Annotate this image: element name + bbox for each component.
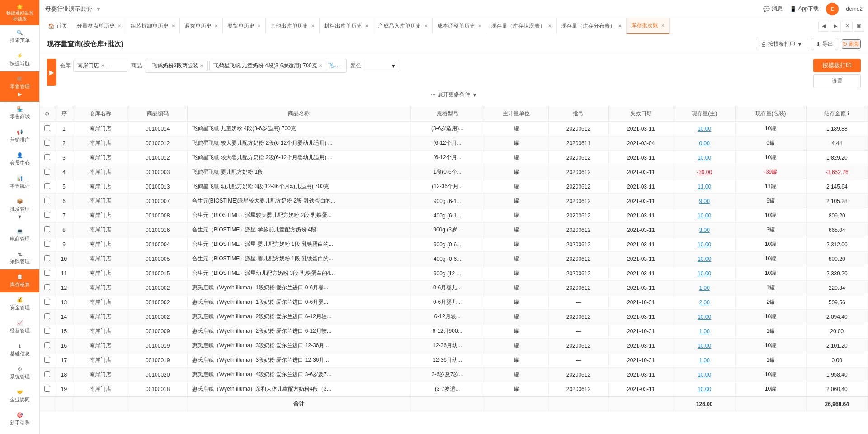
tab-fen-pan[interactable]: 分量盘点单历史 ✕: [72, 18, 126, 34]
warehouse-more-icon[interactable]: ···: [106, 63, 110, 68]
cell-qty-main[interactable]: 10.00: [674, 266, 735, 281]
app-download-btn[interactable]: 📱 App下载: [790, 5, 819, 13]
cell-checkbox[interactable]: [40, 339, 55, 353]
cell-checkbox[interactable]: [40, 179, 55, 194]
col-settings[interactable]: ⚙: [40, 106, 55, 122]
cell-checkbox[interactable]: [40, 136, 55, 151]
cell-qty-main[interactable]: 0.00: [674, 136, 735, 151]
export-btn[interactable]: ⬇ 导出: [811, 38, 838, 50]
sidebar-item-app-center[interactable]: 📱 应用中心: [0, 431, 39, 434]
topbar-dropdown-icon[interactable]: ▼: [96, 6, 101, 12]
cell-qty-main[interactable]: 10.00: [674, 339, 735, 353]
tab-close-other-out[interactable]: ✕: [311, 24, 315, 28]
sidebar-item-purchase[interactable]: 🛍 采购管理: [0, 247, 39, 269]
warehouse-remove-icon[interactable]: ✕: [101, 63, 104, 68]
tab-zuchai[interactable]: 组装拆卸单历史 ✕: [126, 18, 180, 34]
cell-qty-main[interactable]: 10.00: [674, 122, 735, 136]
sidebar-item-enterprise[interactable]: 🤝 企业协同: [0, 385, 39, 408]
tab-close-yao-huo[interactable]: ✕: [257, 24, 261, 28]
tab-product-in[interactable]: 产成品入库单历史 ✕: [373, 18, 433, 34]
avatar[interactable]: E: [826, 3, 839, 15]
tab-next-btn[interactable]: ▶: [830, 21, 841, 32]
cell-qty-main[interactable]: 10.00: [674, 151, 735, 165]
tab-yao-huo[interactable]: 要货单历史 ✕: [223, 18, 266, 34]
tab-stock-dist[interactable]: 现存量（库存分布表） ✕: [557, 18, 627, 34]
cell-qty-main[interactable]: 1.00: [674, 281, 735, 295]
tab-close-tiao-bo[interactable]: ✕: [214, 24, 218, 28]
tab-close-all-btn[interactable]: ✕: [842, 21, 853, 32]
message-btn[interactable]: 💬 消息: [763, 5, 783, 13]
tab-close-fen-pan[interactable]: ✕: [118, 24, 121, 28]
sidebar-item-finance[interactable]: 💰 资金管理: [0, 292, 39, 316]
product-tag-1[interactable]: 飞鹤奶粉3段两提装 ✕: [148, 61, 208, 71]
cell-qty-main[interactable]: 3.00: [674, 223, 735, 237]
sidebar-item-retail-mall[interactable]: 🏪 零售商城: [0, 102, 39, 125]
cell-qty-main[interactable]: 2.00: [674, 295, 735, 310]
tab-close-cost-adj[interactable]: ✕: [478, 24, 481, 28]
cell-checkbox[interactable]: [40, 310, 55, 324]
sidebar-item-guide[interactable]: 🎯 新手引导: [0, 408, 39, 431]
cell-qty-main[interactable]: 1.00: [674, 353, 735, 368]
tab-home[interactable]: 🏠 首页: [43, 18, 72, 34]
tab-close-material-out[interactable]: ✕: [365, 24, 368, 28]
cell-qty-main[interactable]: 10.00: [674, 382, 735, 397]
cell-qty-main[interactable]: -39.00: [674, 165, 735, 179]
query-btn[interactable]: 按模板打印: [813, 59, 861, 72]
username-label[interactable]: demo2: [846, 6, 863, 12]
sidebar-item-retail-stats[interactable]: 📊 零售统计: [0, 171, 39, 194]
tab-stock-status[interactable]: 现存量（库存状况表） ✕: [486, 18, 557, 34]
product-tag-remove-2[interactable]: ✕: [319, 63, 322, 68]
sidebar-item-quick-nav[interactable]: ⚡ 快捷导航: [0, 48, 39, 71]
sidebar-item-basics[interactable]: ℹ 基础信息: [0, 339, 39, 362]
cell-checkbox[interactable]: [40, 237, 55, 252]
tab-close-stock-status[interactable]: ✕: [548, 24, 552, 28]
sidebar-item-wholesale[interactable]: 📦 批发管理 ▼: [0, 194, 39, 224]
cell-checkbox[interactable]: [40, 122, 55, 136]
cell-checkbox[interactable]: [40, 368, 55, 382]
cell-checkbox[interactable]: [40, 223, 55, 237]
collapse-btn[interactable]: ▶: [47, 59, 56, 86]
tab-close-zuchai[interactable]: ✕: [171, 24, 175, 28]
cell-checkbox[interactable]: [40, 382, 55, 397]
sidebar-item-retail-mgmt[interactable]: 🛒 零售管理 ▶: [0, 71, 39, 102]
sidebar-item-inventory[interactable]: 📋 库存核算: [0, 269, 39, 292]
sidebar-item-operations[interactable]: 📈 经营管理: [0, 316, 39, 339]
sidebar-item-ecommerce[interactable]: 💻 电商管理: [0, 224, 39, 247]
cell-qty-main[interactable]: 1.00: [674, 324, 735, 339]
cell-qty-main[interactable]: 10.00: [674, 310, 735, 324]
cell-checkbox[interactable]: [40, 252, 55, 266]
cell-checkbox[interactable]: [40, 194, 55, 208]
tab-tiao-bo[interactable]: 调拨单历史 ✕: [180, 18, 223, 34]
cell-qty-main[interactable]: 10.00: [674, 237, 735, 252]
cell-qty-main[interactable]: 10.00: [674, 252, 735, 266]
settings-btn[interactable]: 设置: [813, 74, 861, 88]
cell-qty-main[interactable]: 9.00: [674, 194, 735, 208]
color-dropdown[interactable]: ▼: [364, 61, 400, 71]
cell-checkbox[interactable]: [40, 281, 55, 295]
print-btn[interactable]: 🖨 按模板打印 ▼: [756, 38, 807, 50]
product-tag-2[interactable]: 飞鹤星飞帆 儿童奶粉 4段(3-6岁适用) 700克 ✕: [209, 61, 326, 71]
cell-checkbox[interactable]: [40, 266, 55, 281]
refresh-btn[interactable]: ↻ 刷新: [842, 39, 861, 49]
cell-qty-main[interactable]: 10.00: [674, 368, 735, 382]
sidebar-item-search[interactable]: 🔍 搜索英单: [0, 25, 39, 48]
expand-conditions-btn[interactable]: ⋯ 展开更多条件 ▼: [430, 91, 477, 99]
cell-checkbox[interactable]: [40, 165, 55, 179]
sidebar-item-marketing[interactable]: 📢 营销推广: [0, 125, 39, 148]
product-tag-remove-1[interactable]: ✕: [200, 63, 203, 68]
cell-checkbox[interactable]: [40, 151, 55, 165]
cell-qty-main[interactable]: 11.00: [674, 179, 735, 194]
tab-other-out[interactable]: 其他出库单历史 ✕: [266, 18, 320, 34]
cell-qty-main[interactable]: 10.00: [674, 208, 735, 223]
product-more-icon[interactable]: ···: [340, 63, 344, 68]
cell-checkbox[interactable]: [40, 295, 55, 310]
tab-close-stock-dist[interactable]: ✕: [618, 24, 622, 28]
cell-checkbox[interactable]: [40, 353, 55, 368]
tab-batch-voucher[interactable]: 库存批次账 ✕: [627, 18, 670, 34]
cell-checkbox[interactable]: [40, 324, 55, 339]
sidebar-item-system[interactable]: ⚙ 系统管理: [0, 362, 39, 385]
tab-expand-btn[interactable]: ▣: [854, 21, 864, 32]
tab-close-batch-voucher[interactable]: ✕: [661, 23, 665, 28]
tab-prev-btn[interactable]: ◀: [818, 21, 829, 32]
sidebar-item-member[interactable]: 👤 会员中心: [0, 148, 39, 171]
